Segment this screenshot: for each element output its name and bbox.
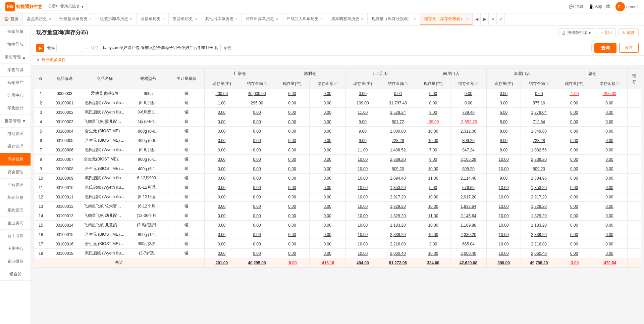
row-c1-amt[interactable]: 0.00 [239,239,275,249]
row-c4-qty[interactable]: -39.00 [416,117,450,127]
row-c1-amt[interactable]: 0.00 [239,164,275,174]
refresh-btn[interactable]: ↻ 刷新 [619,28,639,37]
row-c3-amt[interactable]: 1,488.52 [380,145,416,155]
row-c5-amt[interactable]: 2,060.40 [521,249,557,258]
tab-other-out[interactable]: 其他出库单历史 × [201,13,242,25]
sidebar-item-operations-mgmt[interactable]: 经营管理 [0,179,31,191]
th-settings[interactable]: ⚙ [34,69,48,89]
row-c2-qty[interactable]: 0.00 [275,89,309,98]
sidebar-item-enterprise-collab[interactable]: 企业协同 [0,217,31,230]
row-total-amt[interactable]: 0.00 [591,183,628,192]
row-c1-amt[interactable]: 0.00 [239,230,275,239]
nav-close-all-btn[interactable]: ✕ [489,13,497,25]
row-c4-amt[interactable]: 739.40 [450,108,487,117]
collapse-btn[interactable]: ▶ [36,44,44,52]
row-c3-qty[interactable]: 9.00 [345,136,380,145]
row-c3-amt[interactable]: 2,528.24 [380,108,416,117]
tab-combo[interactable]: 组装拆卸单历史 × [96,13,137,25]
row-c5-qty[interactable]: 10.00 [486,192,521,202]
row-c5-amt[interactable]: 2,339.20 [521,230,557,239]
row-c2-amt[interactable]: 0.00 [309,230,345,239]
export-btn[interactable]: ↑ 导出 [597,28,616,37]
row-c3-qty[interactable]: 10.00 [345,192,380,202]
row-c5-amt[interactable]: 2,339.20 [521,155,557,164]
row-c2-amt[interactable]: 0.00 [309,89,345,98]
tab-order[interactable]: 要货单历史 × [169,13,201,25]
row-total-qty[interactable]: 0.00 [557,108,591,117]
sidebar-item-enterprise-wechat[interactable]: 企业微信 [0,255,31,268]
row-c4-qty[interactable]: 10.00 [416,249,450,258]
tab-material-out[interactable]: 材料出库单历史 × [242,13,282,25]
row-c5-amt[interactable]: 1,379.04 [521,108,557,117]
row-c4-qty[interactable]: 11.00 [416,174,450,183]
row-c1-amt[interactable]: 0.00 [239,202,275,211]
row-total-qty[interactable]: 0.00 [557,230,591,239]
row-total-qty[interactable]: 0.00 [557,183,591,192]
row-c3-amt[interactable]: 728.28 [380,136,416,145]
row-c2-amt[interactable]: 0.00 [309,183,345,192]
row-c4-amt[interactable]: 2,917.20 [450,192,487,202]
row-c4-amt[interactable]: 809.20 [450,164,487,174]
row-c2-amt[interactable]: 0.00 [309,211,345,221]
row-c2-qty[interactable]: 0.00 [275,192,309,202]
summary-c3-amt[interactable]: 81,272.06 [380,258,416,268]
row-c1-qty[interactable]: 0.00 [205,202,239,211]
info-icon[interactable]: ⓘ [334,82,337,86]
tab-stock-status[interactable]: 现存量（库存状况表） × [368,13,420,25]
row-c5-qty[interactable]: 9.00 [486,174,521,183]
row-c1-amt[interactable]: 295.00 [239,98,275,108]
row-c5-amt[interactable]: 728.28 [521,136,557,145]
row-c3-qty[interactable]: 10.00 [345,249,380,258]
info-icon[interactable]: ⓘ [616,82,620,86]
row-c3-amt[interactable]: 2,339.20 [380,230,416,239]
row-c4-qty[interactable]: 3.00 [416,239,450,249]
row-c2-qty[interactable]: 0.00 [275,211,309,221]
row-c3-qty[interactable]: 10.00 [345,164,380,174]
row-total-amt[interactable]: 0.00 [591,136,628,145]
row-c3-qty[interactable]: 10.00 [345,202,380,211]
row-c1-qty[interactable]: 0.00 [205,127,239,136]
nav-expand-btn[interactable]: ⤢ [497,13,505,25]
store-selector[interactable]: 母婴行业演示陈套 ▾ [45,3,87,10]
row-c5-qty[interactable]: 10.00 [486,211,521,221]
row-c2-qty[interactable]: 0.00 [275,145,309,155]
settings-btn[interactable]: 设置 [619,43,639,53]
row-c4-amt[interactable]: 2,145.64 [450,211,487,221]
row-c5-qty[interactable]: 10.00 [486,183,521,192]
row-c5-amt[interactable]: 809.20 [521,164,557,174]
row-c2-amt[interactable]: 0.00 [309,127,345,136]
row-c2-amt[interactable]: 0.00 [309,239,345,249]
row-c2-qty[interactable]: 0.00 [275,174,309,183]
summary-total-amt[interactable]: -470.64 [591,258,628,268]
row-c1-qty[interactable]: 0.00 [205,230,239,239]
summary-total-qty[interactable]: -3.00 [557,258,591,268]
sidebar-item-system-mgmt[interactable]: 系统管理 [0,204,31,217]
warehouse-input[interactable] [56,44,83,52]
message-btn[interactable]: 💬 消息 [569,4,583,9]
row-c5-qty[interactable]: 10.00 [486,239,521,249]
row-c3-qty[interactable]: 109.00 [345,98,380,108]
row-c2-qty[interactable]: 0.00 [275,249,309,258]
summary-c5-amt[interactable]: 49,798.29 [521,258,557,268]
sidebar-item-retail-stats[interactable]: 零售统计 [0,102,31,115]
row-c3-qty[interactable]: 9.00 [345,127,380,136]
row-c4-qty[interactable]: 3.00 [416,108,450,117]
row-total-amt[interactable]: 0.00 [591,164,628,174]
row-total-qty[interactable]: 0.00 [557,202,591,211]
row-c1-qty[interactable]: 0.00 [205,174,239,183]
sidebar-item-basic-info[interactable]: 基础信息 [0,191,31,204]
row-total-qty[interactable]: 0.00 [557,211,591,221]
row-c3-qty[interactable]: 10.00 [345,183,380,192]
row-total-amt[interactable]: 0.00 [591,98,628,108]
row-c4-amt[interactable]: 676.60 [450,183,487,192]
row-c3-qty[interactable]: 10.00 [345,155,380,164]
row-c4-amt[interactable]: 2,105.28 [450,155,487,164]
row-c1-amt[interactable]: 0.00 [239,117,275,127]
row-c2-amt[interactable]: 0.00 [309,145,345,155]
row-c3-amt[interactable]: 801.72 [380,117,416,127]
row-c2-qty[interactable]: 0.00 [275,221,309,230]
row-total-amt[interactable]: 0.00 [591,239,628,249]
user-info[interactable]: Ea demo2 [615,2,639,11]
row-c3-qty[interactable]: 10.00 [345,239,380,249]
row-c3-amt[interactable]: 809.20 [380,164,416,174]
